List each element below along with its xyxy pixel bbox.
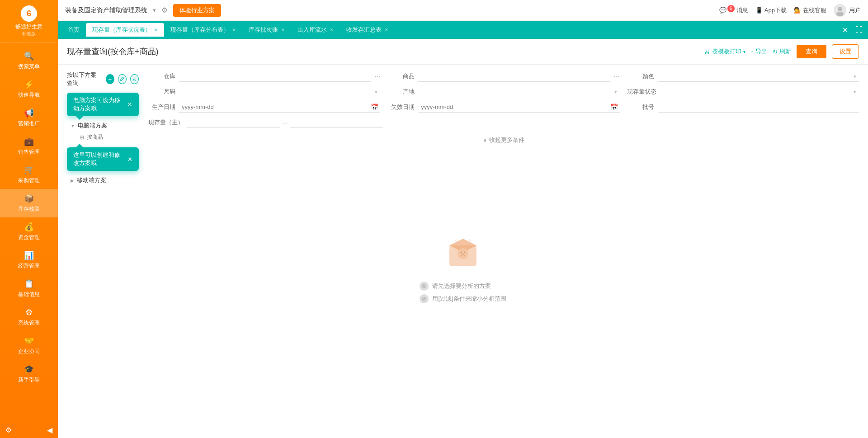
scheme-desktop-expand[interactable]: ▼ 电脑端方案	[67, 120, 139, 132]
tab-bar-actions: ✕ ⛶	[840, 24, 864, 36]
filter-field-warehouse: 仓库 ···	[148, 71, 380, 82]
sidebar-item-enterprise[interactable]: 🤝 企业协同	[0, 331, 58, 360]
collapse-more-btn[interactable]: ∧ 收起更多条件	[148, 132, 859, 148]
filter-field-origin: 产地 ▾	[387, 86, 619, 97]
back-scheme-btn[interactable]: «	[130, 74, 139, 84]
mobile-expand-arrow: ▶	[71, 178, 74, 183]
export-button[interactable]: ↑ 导出	[751, 47, 768, 56]
tab-batch-account-close[interactable]: ✕	[281, 27, 285, 33]
settings-footer-icon[interactable]: ⚙	[5, 426, 12, 434]
tab-receive-summary[interactable]: 收发存汇总表 ✕	[340, 23, 395, 37]
message-action[interactable]: 💬 6 消息	[719, 6, 748, 14]
scheme-panel: 按以下方案查询 + « 电脑方案可设为移动方案哦 ✕	[58, 71, 139, 191]
warehouse-more-icon[interactable]: ···	[374, 72, 380, 80]
tab-receive-summary-close[interactable]: ✕	[384, 27, 388, 33]
filter-row-1: 仓库 ··· 商品 ··· 颜色 ▾	[148, 71, 859, 82]
prod-date-input[interactable]	[179, 102, 380, 113]
collapse-sidebar-icon[interactable]: ◀	[47, 426, 52, 434]
search-icon: 🔍	[24, 51, 34, 61]
trial-button[interactable]: 体验行业方案	[173, 4, 221, 17]
logo-area: 6 畅通好生意 标准版	[0, 0, 58, 43]
sidebar-footer: ⚙ ◀	[0, 422, 58, 438]
color-select-wrapper: ▾	[658, 71, 859, 82]
sidebar-item-search[interactable]: 🔍 搜索菜单	[0, 47, 58, 75]
stock-qty-min[interactable]	[187, 117, 280, 128]
range-separator: —	[282, 119, 288, 126]
finance-icon: 💰	[24, 222, 34, 232]
tab-stock-dist[interactable]: 现存量（库存分布表） ✕	[164, 23, 242, 37]
expire-date-calendar-icon[interactable]: 📅	[610, 104, 618, 111]
sidebar: 6 畅通好生意 标准版 🔍 搜索菜单 ⚡ 快速导航 📢 营销推广 💼 销售管理 …	[0, 0, 58, 438]
filter-row-4: 现存量（主） —	[148, 117, 859, 128]
prod-date-calendar-icon[interactable]: 📅	[371, 104, 378, 111]
print-icon: 🖨	[704, 48, 710, 55]
online-support-action[interactable]: 💁 在线客服	[794, 6, 826, 14]
product-input[interactable]	[418, 71, 610, 82]
sidebar-label-marketing: 营销推广	[18, 120, 40, 127]
logo-title: 畅通好生意	[4, 24, 54, 31]
sidebar-item-system[interactable]: ⚙ 系统管理	[0, 303, 58, 331]
tab-stock-status-close[interactable]: ✕	[154, 27, 158, 33]
export-label: 导出	[755, 47, 767, 56]
tooltip1-close[interactable]: ✕	[127, 101, 132, 108]
svg-point-1	[838, 7, 842, 11]
support-icon: 💁	[794, 7, 801, 14]
warehouse-input[interactable]	[179, 71, 371, 82]
inventory-icon: 📦	[24, 193, 34, 203]
sidebar-item-purchase[interactable]: 🛒 采购管理	[0, 160, 58, 189]
batch-label: 批号	[627, 103, 654, 111]
refresh-icon: ↻	[773, 48, 778, 55]
svg-point-2	[836, 12, 844, 16]
tab-in-out-close[interactable]: ✕	[330, 27, 334, 33]
origin-select[interactable]	[418, 86, 619, 97]
query-button[interactable]: 查询	[797, 45, 826, 58]
tab-stock-status-label: 现存量（库存状况表）	[92, 26, 151, 34]
sidebar-item-quicknav[interactable]: ⚡ 快速导航	[0, 75, 58, 104]
svg-text:?: ?	[468, 239, 471, 244]
print-button[interactable]: 🖨 按模板打印 ▾	[704, 47, 745, 56]
scheme-mobile-expand[interactable]: ▶ 移动端方案	[67, 174, 139, 186]
svg-point-5	[458, 248, 468, 259]
message-icon: 💬	[719, 7, 726, 14]
stock-status-select[interactable]	[660, 86, 859, 97]
expire-date-input-wrapper: 📅	[418, 102, 619, 113]
system-selector-arrow[interactable]: ▾	[153, 7, 156, 14]
scheme-mobile-label: 移动端方案	[77, 176, 106, 184]
product-more-icon[interactable]: ···	[613, 72, 619, 80]
tab-home[interactable]: 首页	[61, 23, 86, 37]
filter-field-stock-status: 现存量状态 ▾	[627, 86, 859, 97]
sidebar-item-sales[interactable]: 💼 销售管理	[0, 132, 58, 160]
sidebar-item-inventory[interactable]: 📦 库存核算	[0, 189, 58, 217]
sidebar-item-newbie[interactable]: 🎓 新手引导	[0, 360, 58, 388]
color-select[interactable]	[658, 71, 859, 82]
tab-batch-account[interactable]: 库存批次账 ✕	[242, 23, 291, 37]
refresh-button[interactable]: ↻ 刷新	[773, 47, 791, 56]
size-select[interactable]	[179, 86, 380, 97]
tab-stock-dist-close[interactable]: ✕	[232, 27, 236, 33]
user-section[interactable]: 用户	[834, 4, 861, 17]
filter-field-product: 商品 ···	[387, 71, 619, 82]
sidebar-item-finance[interactable]: 💰 资金管理	[0, 217, 58, 246]
settings-icon[interactable]: ⚙	[161, 6, 168, 14]
expire-date-input[interactable]	[418, 102, 619, 113]
tab-expand-btn[interactable]: ⛶	[854, 24, 864, 36]
set-button[interactable]: 设置	[832, 44, 859, 59]
sidebar-item-basic[interactable]: 📋 基础信息	[0, 274, 58, 303]
tab-in-out[interactable]: 出入库流水 ✕	[291, 23, 340, 37]
add-scheme-btn[interactable]: +	[106, 74, 114, 84]
edit-scheme-btn[interactable]	[118, 74, 127, 84]
tab-bar: 首页 现存量（库存状况表） ✕ 现存量（库存分布表） ✕ 库存批次账 ✕ 出入库…	[58, 21, 868, 39]
sidebar-label-sales: 销售管理	[18, 148, 40, 156]
filter-field-expire-date: 失效日期 📅	[387, 102, 619, 113]
sidebar-item-operations[interactable]: 📊 经营管理	[0, 246, 58, 274]
collapse-arrow-icon: ∧	[483, 137, 487, 144]
filter-field-batch: 批号	[627, 102, 859, 113]
scheme-item-byproduct[interactable]: ⊞ 按商品	[76, 132, 139, 143]
stock-qty-max[interactable]	[290, 117, 383, 128]
tab-stock-status[interactable]: 现存量（库存状况表） ✕	[86, 23, 164, 37]
app-download-action[interactable]: 📱 App下载	[755, 6, 787, 14]
batch-input[interactable]	[658, 102, 859, 113]
tooltip2-close[interactable]: ✕	[127, 156, 132, 163]
tab-close-all-btn[interactable]: ✕	[840, 24, 850, 36]
sidebar-item-marketing[interactable]: 📢 营销推广	[0, 104, 58, 132]
